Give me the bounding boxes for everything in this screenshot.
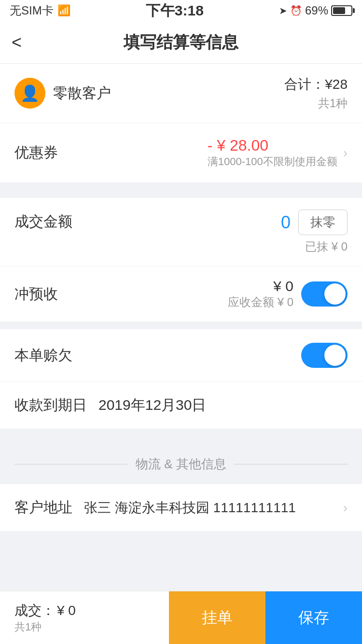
prereceive-toggle[interactable] xyxy=(301,281,348,307)
address-label: 客户地址 xyxy=(14,498,72,518)
status-time: 下午3:18 xyxy=(146,1,204,21)
save-button[interactable]: 保存 xyxy=(265,591,362,644)
chevron-right-icon: › xyxy=(343,145,348,161)
amount-label: 成交金额 xyxy=(14,210,72,234)
debt-row: 本单赊欠 xyxy=(0,329,362,381)
back-button[interactable]: < xyxy=(12,32,22,53)
status-right: ➤ ⏰ 69% xyxy=(279,4,352,17)
battery-icon xyxy=(331,5,352,16)
separator-1 xyxy=(0,190,362,198)
coupon-description: 满1000-100不限制使用金额 xyxy=(208,154,337,169)
alarm-icon: ⏰ xyxy=(290,5,302,16)
toggle-knob xyxy=(324,283,346,305)
customer-right: 合计：¥28 共1种 xyxy=(284,75,348,111)
customer-section: 👤 零散客户 合计：¥28 共1种 优惠券 - ¥ 28.00 满1000-10… xyxy=(0,64,362,182)
debt-label: 本单赊欠 xyxy=(14,346,72,365)
coupon-right: - ¥ 28.00 满1000-100不限制使用金额 › xyxy=(208,137,348,169)
amount-value: 0 xyxy=(281,212,291,233)
address-section: 客户地址 张三 海淀永丰科技园 11111111111 › xyxy=(0,484,362,531)
debt-section: 本单赊欠 收款到期日 2019年12月30日 xyxy=(0,329,362,429)
logistics-line-right xyxy=(234,464,348,464)
coupon-discount: - ¥ 28.00 xyxy=(208,137,337,154)
coupon-row[interactable]: 优惠券 - ¥ 28.00 满1000-100不限制使用金额 › xyxy=(0,123,362,182)
prereceive-label: 冲预收 xyxy=(14,284,58,304)
customer-row: 👤 零散客户 合计：¥28 共1种 xyxy=(0,64,362,123)
avatar-icon: 👤 xyxy=(20,84,40,102)
carrier-label: 无SIM卡 xyxy=(10,3,54,18)
round-zero-button[interactable]: 抹零 xyxy=(298,210,348,235)
bottom-bar: 成交： ¥ 0 共1种 挂单 保存 xyxy=(0,591,362,644)
amount-right: 0 抹零 xyxy=(281,210,348,235)
wifi-icon: 📶 xyxy=(57,4,70,17)
status-bar: 无SIM卡 📶 下午3:18 ➤ ⏰ 69% xyxy=(0,0,362,21)
bottom-deal-amount: ¥ 0 xyxy=(57,603,76,618)
prereceive-sub-amount: 应收金额 ¥ 0 xyxy=(228,294,293,310)
duedate-label: 收款到期日 xyxy=(14,395,87,415)
page-title: 填写结算等信息 xyxy=(124,31,238,54)
prereceive-row: 冲预收 ¥ 0 应收金额 ¥ 0 xyxy=(0,266,362,322)
total-count: 共1种 xyxy=(284,96,348,111)
amount-section: 成交金额 0 抹零 已抹 ¥ 0 xyxy=(0,198,362,266)
prereceive-amounts: ¥ 0 应收金额 ¥ 0 xyxy=(228,278,293,310)
bottom-deal-label: 成交： xyxy=(14,602,55,620)
total-amount: 合计：¥28 xyxy=(284,75,348,94)
prereceive-main-amount: ¥ 0 xyxy=(228,278,293,294)
status-left: 无SIM卡 📶 xyxy=(10,3,70,18)
location-icon: ➤ xyxy=(279,5,287,16)
battery-percent: 69% xyxy=(305,4,328,17)
customer-left: 👤 零散客户 xyxy=(14,78,111,109)
nav-bar: < 填写结算等信息 xyxy=(0,21,362,64)
battery-fill xyxy=(333,7,345,14)
bottom-count: 共1种 xyxy=(14,620,154,634)
bottom-info: 成交： ¥ 0 共1种 xyxy=(0,591,169,644)
address-value: 张三 海淀永丰科技园 11111111111 xyxy=(84,499,341,517)
coupon-info: - ¥ 28.00 满1000-100不限制使用金额 xyxy=(208,137,337,169)
logistics-section: 物流 & 其他信息 xyxy=(0,444,362,484)
customer-avatar: 👤 xyxy=(14,78,45,109)
amount-sub-text: 已抹 ¥ 0 xyxy=(14,239,348,254)
debt-toggle[interactable] xyxy=(301,343,348,368)
amount-row: 成交金额 0 抹零 xyxy=(14,210,348,235)
address-row[interactable]: 客户地址 张三 海淀永丰科技园 11111111111 › xyxy=(0,484,362,531)
hang-order-button[interactable]: 挂单 xyxy=(169,591,265,644)
duedate-value: 2019年12月30日 xyxy=(98,395,206,415)
prereceive-right: ¥ 0 应收金额 ¥ 0 xyxy=(228,278,348,310)
duedate-row: 收款到期日 2019年12月30日 xyxy=(0,381,362,429)
separator-2 xyxy=(0,322,362,329)
separator-3 xyxy=(0,436,362,444)
coupon-label: 优惠券 xyxy=(14,143,58,163)
customer-name: 零散客户 xyxy=(53,84,111,103)
main-content: 👤 零散客户 合计：¥28 共1种 优惠券 - ¥ 28.00 满1000-10… xyxy=(0,64,362,644)
debt-toggle-knob xyxy=(324,345,346,366)
address-chevron-icon: › xyxy=(343,500,348,516)
logistics-line-left xyxy=(14,464,128,464)
logistics-label: 物流 & 其他信息 xyxy=(136,456,226,473)
bottom-deal-row: 成交： ¥ 0 xyxy=(14,602,154,620)
